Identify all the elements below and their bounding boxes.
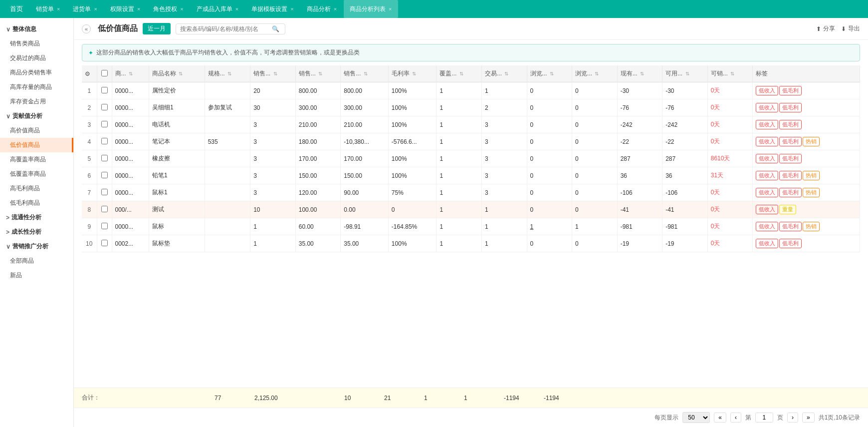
nav-close-permission[interactable]: × xyxy=(137,6,140,12)
row-col10: -76 xyxy=(662,99,708,116)
row-col7[interactable]: 0 xyxy=(527,201,572,218)
nav-close-product-analysis[interactable]: × xyxy=(334,6,337,12)
row-checkbox-cell[interactable] xyxy=(97,133,112,150)
total-text: 共1页,10条记录 xyxy=(819,414,860,422)
row-col4: -164.85% xyxy=(388,218,436,235)
page-label-suffix: 页 xyxy=(777,414,783,422)
sidebar-item-low-margin[interactable]: 低毛利商品 xyxy=(0,196,73,210)
row-checkbox-cell[interactable] xyxy=(97,235,112,252)
nav-close-template[interactable]: × xyxy=(290,6,293,12)
nav-product-storage[interactable]: 产成品入库单 × xyxy=(191,0,244,18)
nav-product-analysis-list[interactable]: 商品分析列表 × xyxy=(344,0,398,18)
last-page-btn[interactable]: » xyxy=(802,413,815,423)
sidebar-item-traded-products[interactable]: 交易过的商品 xyxy=(0,51,73,65)
sidebar-group-contribution[interactable]: ∨ 贡献值分析 xyxy=(0,109,73,123)
sidebar-item-inventory-funds[interactable]: 库存资金占用 xyxy=(0,94,73,109)
row-col4: 0 xyxy=(388,201,436,218)
nav-close-purchase-order[interactable]: × xyxy=(94,6,97,12)
row-col7[interactable]: 1 xyxy=(527,218,572,235)
row-col7[interactable]: 0 xyxy=(527,133,572,150)
row-col7[interactable]: 0 xyxy=(527,184,572,201)
row-tags: 低收入低毛利热销 xyxy=(753,167,860,184)
row-checkbox-cell[interactable] xyxy=(97,218,112,235)
row-checkbox-10[interactable] xyxy=(101,240,108,246)
row-checkbox-cell[interactable] xyxy=(97,167,112,184)
pagination-bar: 每页显示 50 100 200 « ‹ 第 页 › » 共1页,10条记录 xyxy=(74,408,868,427)
table-row: 4 0000... 笔记本 535 3 180.00 -10,380... -5… xyxy=(82,133,860,150)
sidebar-item-high-value[interactable]: 高价值商品 xyxy=(0,123,73,138)
row-checkbox-5[interactable] xyxy=(101,155,108,161)
row-checkbox-cell[interactable] xyxy=(97,184,112,201)
row-col7[interactable]: 0 xyxy=(527,99,572,116)
select-all-checkbox[interactable] xyxy=(101,70,108,76)
sidebar-item-high-margin[interactable]: 高毛利商品 xyxy=(0,181,73,196)
sidebar-item-all-products[interactable]: 全部商品 xyxy=(0,254,73,268)
first-page-btn[interactable]: « xyxy=(714,413,726,423)
row-checkbox-8[interactable] xyxy=(101,206,108,212)
nav-home[interactable]: 首页 xyxy=(4,0,29,18)
sidebar-collapse-btn[interactable]: « xyxy=(82,24,91,33)
nav-product-analysis[interactable]: 商品分析 × xyxy=(301,0,343,18)
row-col10: -22 xyxy=(662,133,708,150)
col-checkbox[interactable] xyxy=(97,65,112,82)
row-checkbox-cell[interactable] xyxy=(97,99,112,116)
sidebar-item-low-value[interactable]: 低价值商品 xyxy=(0,138,73,152)
nav-close-role[interactable]: × xyxy=(180,6,183,12)
row-checkbox-9[interactable] xyxy=(101,223,108,229)
sidebar-item-high-coverage[interactable]: 高覆盖率商品 xyxy=(0,152,73,167)
page-input[interactable] xyxy=(755,413,773,423)
row-checkbox-cell[interactable] xyxy=(97,201,112,218)
row-name: 测试 xyxy=(149,201,205,218)
sidebar-item-category-sales-rate[interactable]: 商品分类销售率 xyxy=(0,65,73,80)
nav-close-sales-order[interactable]: × xyxy=(57,6,60,12)
row-col1: 3 xyxy=(250,150,296,167)
search-icon[interactable]: 🔍 xyxy=(272,25,279,32)
col-sales3: 销售... ⇅ xyxy=(341,65,389,82)
filter-recent-month-btn[interactable]: 近一月 xyxy=(143,23,171,34)
sidebar-group-circulation[interactable]: > 流通性分析 xyxy=(0,210,73,225)
row-checkbox-2[interactable] xyxy=(101,104,108,110)
row-col7[interactable]: 0 xyxy=(527,116,572,133)
nav-close-product-list[interactable]: × xyxy=(389,6,392,12)
row-col7[interactable]: 0 xyxy=(527,235,572,252)
nav-role-auth[interactable]: 角色授权 × xyxy=(147,0,189,18)
row-col7[interactable]: 0 xyxy=(527,82,572,99)
col-settings[interactable]: ⚙ xyxy=(82,65,97,82)
row-checkbox-cell[interactable] xyxy=(97,116,112,133)
tag-热销: 热销 xyxy=(803,188,820,197)
sidebar-group-marketing[interactable]: ∨ 营销推广分析 xyxy=(0,239,73,254)
row-code: 0000... xyxy=(112,133,149,150)
row-checkbox-1[interactable] xyxy=(101,87,108,93)
page-size-label: 每页显示 xyxy=(654,414,678,422)
row-checkbox-cell[interactable] xyxy=(97,150,112,167)
row-spec xyxy=(205,116,250,133)
export-btn[interactable]: ⬇ 导出 xyxy=(841,24,860,33)
row-checkbox-6[interactable] xyxy=(101,172,108,178)
row-col7[interactable]: 0 xyxy=(527,150,572,167)
col-sales2: 销售... ⇅ xyxy=(295,65,341,82)
sidebar-group-overall[interactable]: ∨ 整体信息 xyxy=(0,22,73,36)
nav-template-settings[interactable]: 单据模板设置 × xyxy=(245,0,299,18)
search-input[interactable] xyxy=(180,25,270,32)
row-checkbox-4[interactable] xyxy=(101,138,108,144)
sidebar-group-growth[interactable]: > 成长性分析 xyxy=(0,225,73,239)
row-checkbox-7[interactable] xyxy=(101,189,108,195)
page-size-select[interactable]: 50 100 200 xyxy=(682,412,710,423)
prev-page-btn[interactable]: ‹ xyxy=(730,413,741,423)
nav-purchase-order[interactable]: 进货单 × xyxy=(67,0,103,18)
table-row: 7 0000... 鼠标1 3 120.00 90.00 75% 1 3 0 0… xyxy=(82,184,860,201)
next-page-btn[interactable]: › xyxy=(787,413,798,423)
sidebar-group-growth-arrow: > xyxy=(6,229,9,236)
nav-sales-order[interactable]: 销货单 × xyxy=(30,0,66,18)
row-checkbox-3[interactable] xyxy=(101,121,108,127)
row-checkbox-cell[interactable] xyxy=(97,82,112,99)
share-btn[interactable]: ⬆ 分享 xyxy=(816,24,835,33)
row-col7[interactable]: 0 xyxy=(527,167,572,184)
sidebar-item-high-inventory[interactable]: 高库存量的商品 xyxy=(0,80,73,94)
sidebar-item-low-coverage[interactable]: 低覆盖率商品 xyxy=(0,167,73,181)
nav-permission-settings[interactable]: 权限设置 × xyxy=(104,0,146,18)
sidebar-item-sales-products[interactable]: 销售类商品 xyxy=(0,36,73,51)
row-col4: 100% xyxy=(388,82,436,99)
nav-close-product-storage[interactable]: × xyxy=(235,6,238,12)
sidebar-item-new-products[interactable]: 新品 xyxy=(0,268,73,283)
